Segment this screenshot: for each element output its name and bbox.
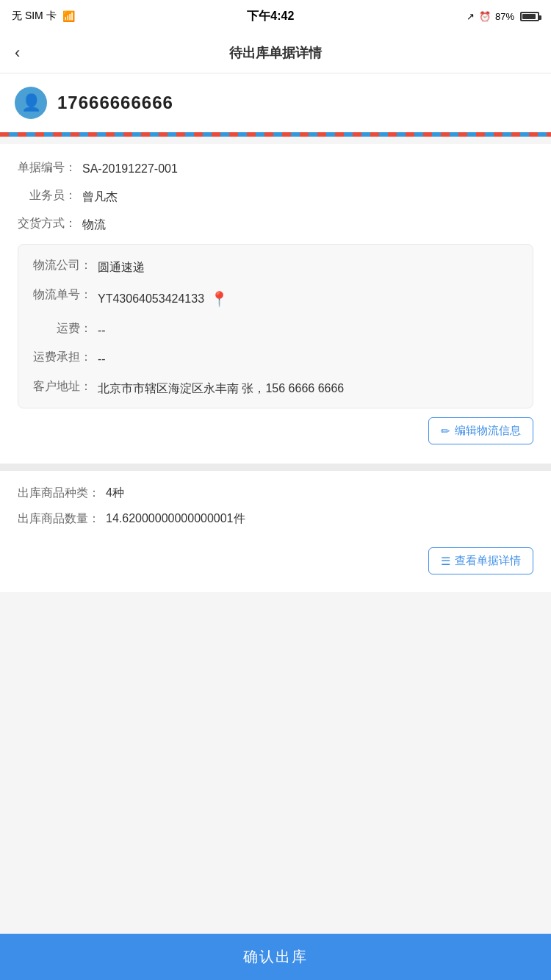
confirm-button-label: 确认出库 [243,948,308,965]
section-separator [0,464,551,471]
edit-logistics-button[interactable]: ✏ 编辑物流信息 [428,417,533,444]
goods-types-value: 4种 [106,486,124,501]
view-details-btn-area: ☰ 查看单据详情 [18,537,533,577]
status-bar: 无 SIM 卡 📶 下午4:42 ↗ ⏰ 87% [0,0,551,32]
company-value: 圆通速递 [98,258,518,277]
goods-types-row: 出库商品种类： 4种 [18,486,533,501]
decorative-border [0,132,551,137]
edit-icon: ✏ [441,425,450,438]
address-label: 客户地址： [33,379,92,394]
battery-percent: 87% [495,11,514,22]
freight-bearer-row: 运费承担： -- [33,350,518,369]
avatar-icon: 👤 [21,93,41,112]
address-value: 北京市市辖区海淀区永丰南 张，156 6666 6666 [98,379,518,398]
battery-icon [520,12,539,21]
page-title: 待出库单据详情 [229,44,322,62]
freight-bearer-value: -- [98,350,518,369]
nav-bar: ‹ 待出库单据详情 [0,32,551,73]
tracking-row: 物流单号： YT43064053424133 📍 [33,287,518,311]
delivery-method-value: 物流 [82,216,533,234]
delivery-method-label: 交货方式： [18,216,76,231]
tracking-label: 物流单号： [33,287,92,303]
customer-section: 👤 17666666666 [0,73,551,132]
avatar: 👤 [15,87,47,119]
company-label: 物流公司： [33,258,92,273]
goods-section: 出库商品种类： 4种 出库商品数量： 14.62000000000000001件… [0,471,551,592]
goods-types-label: 出库商品种类： [18,486,100,501]
map-pin-icon[interactable]: 📍 [210,287,228,311]
agent-row: 业务员： 曾凡杰 [18,188,533,206]
edit-logistics-btn-area: ✏ 编辑物流信息 [18,408,533,447]
freight-value: -- [98,321,518,340]
sim-status: 无 SIM 卡 [12,10,57,23]
goods-quantity-label: 出库商品数量： [18,511,100,527]
agent-value: 曾凡杰 [82,188,533,206]
confirm-button[interactable]: 确认出库 [0,934,551,980]
freight-label: 运费： [33,321,92,336]
order-info-section: 单据编号： SA-20191227-001 业务员： 曾凡杰 交货方式： 物流 … [0,144,551,464]
delivery-method-row: 交货方式： 物流 [18,216,533,234]
back-button[interactable]: ‹ [15,45,20,61]
document-number-row: 单据编号： SA-20191227-001 [18,160,533,178]
freight-row: 运费： -- [33,321,518,340]
bottom-spacer [0,592,551,702]
edit-logistics-label: 编辑物流信息 [455,424,521,438]
location-status-icon: ↗ [467,11,475,22]
address-row: 客户地址： 北京市市辖区海淀区永丰南 张，156 6666 6666 [33,379,518,398]
alarm-icon: ⏰ [479,11,491,22]
agent-label: 业务员： [18,188,76,203]
company-row: 物流公司： 圆通速递 [33,258,518,277]
list-icon: ☰ [441,555,450,568]
goods-quantity-row: 出库商品数量： 14.62000000000000001件 [18,511,533,527]
tracking-value: YT43064053424133 📍 [98,287,518,311]
wifi-icon: 📶 [62,10,75,22]
tracking-number-text: YT43064053424133 [98,289,204,309]
goods-quantity-value: 14.62000000000000001件 [106,511,245,527]
view-details-button[interactable]: ☰ 查看单据详情 [428,547,533,574]
status-time: 下午4:42 [247,9,294,24]
status-left: 无 SIM 卡 📶 [12,10,75,23]
logistics-card: 物流公司： 圆通速递 物流单号： YT43064053424133 📍 运费： … [18,244,533,408]
status-right: ↗ ⏰ 87% [467,11,539,22]
freight-bearer-label: 运费承担： [33,350,92,365]
customer-phone: 17666666666 [57,93,173,113]
document-number-label: 单据编号： [18,160,76,176]
document-number-value: SA-20191227-001 [82,160,533,178]
view-details-label: 查看单据详情 [455,554,521,568]
